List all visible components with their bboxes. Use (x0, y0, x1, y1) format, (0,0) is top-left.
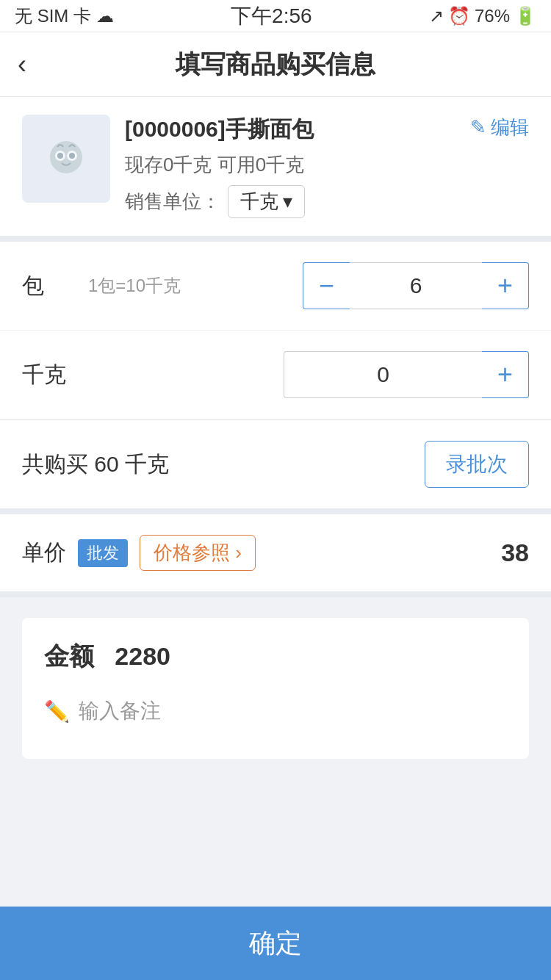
location-icon: ↗ (429, 6, 444, 26)
product-stock: 现存0千克 可用0千克 (125, 152, 455, 178)
product-name: [0000006]手撕面包 (125, 115, 455, 145)
status-time: 下午2:56 (231, 2, 312, 30)
price-value: 38 (501, 538, 529, 567)
input-section: 包 1包=10千克 − + 千克 + (0, 242, 551, 420)
svg-point-4 (69, 153, 75, 159)
amount-label: 金额 (44, 642, 94, 670)
amount-value: 2280 (115, 642, 170, 670)
unit-label: 销售单位： (125, 189, 220, 215)
package-qty-control: − + (303, 262, 529, 309)
confirm-button[interactable]: 确定 (0, 907, 551, 980)
sim-text: 无 SIM 卡 ☁ (15, 4, 114, 28)
batch-button[interactable]: 录批次 (425, 441, 529, 488)
back-button[interactable]: ‹ (18, 49, 26, 80)
svg-point-0 (50, 141, 82, 173)
alarm-icon: ⏰ (448, 6, 470, 26)
status-left: 无 SIM 卡 ☁ (15, 4, 114, 28)
package-row: 包 1包=10千克 − + (0, 242, 551, 331)
price-ref-button[interactable]: 价格参照 › (140, 535, 256, 571)
kg-label: 千克 (22, 360, 81, 390)
battery-icon: 🔋 (514, 6, 536, 26)
remark-row[interactable]: ✏️ 输入备注 (44, 685, 507, 737)
kg-qty-control: + (284, 351, 529, 398)
chevron-down-icon: ▾ (283, 190, 292, 213)
battery-text: 76% (475, 6, 510, 26)
edit-button[interactable]: ✎ 编辑 (470, 115, 529, 140)
unit-select[interactable]: 千克 ▾ (228, 185, 305, 218)
amount-section: 金额 2280 ✏️ 输入备注 (0, 597, 551, 759)
package-plus-button[interactable]: + (482, 262, 529, 309)
price-label: 单价 (22, 538, 66, 568)
product-image-icon (44, 137, 88, 181)
svg-point-3 (57, 153, 63, 159)
amount-row: 金额 2280 ✏️ 输入备注 (22, 618, 529, 759)
kg-qty-input[interactable] (284, 351, 482, 398)
edit-icon: ✎ (470, 116, 486, 139)
page-title: 填写商品购买信息 (176, 48, 375, 82)
nav-bar: ‹ 填写商品购买信息 (0, 32, 551, 97)
package-label: 包 (22, 271, 81, 301)
status-right: ↗ ⏰ 76% 🔋 (429, 6, 536, 26)
package-hint: 1包=10千克 (88, 274, 303, 298)
product-unit-row: 销售单位： 千克 ▾ (125, 185, 455, 218)
product-thumbnail (22, 115, 110, 203)
package-minus-button[interactable]: − (303, 262, 350, 309)
product-card: [0000006]手撕面包 现存0千克 可用0千克 销售单位： 千克 ▾ ✎ 编… (0, 97, 551, 242)
product-info: [0000006]手撕面包 现存0千克 可用0千克 销售单位： 千克 ▾ (125, 115, 455, 218)
price-type-tag: 批发 (78, 539, 128, 567)
package-qty-input[interactable] (350, 262, 482, 309)
kg-plus-button[interactable]: + (482, 351, 529, 398)
pencil-icon: ✏️ (44, 699, 70, 724)
amount-text: 金额 2280 (44, 640, 507, 674)
summary-section: 共购买 60 千克 录批次 (0, 420, 551, 514)
kg-row: 千克 + (0, 331, 551, 419)
status-bar: 无 SIM 卡 ☁ 下午2:56 ↗ ⏰ 76% 🔋 (0, 0, 551, 32)
remark-placeholder: 输入备注 (79, 697, 161, 725)
price-section: 单价 批发 价格参照 › 38 (0, 514, 551, 597)
summary-text: 共购买 60 千克 (22, 450, 169, 480)
